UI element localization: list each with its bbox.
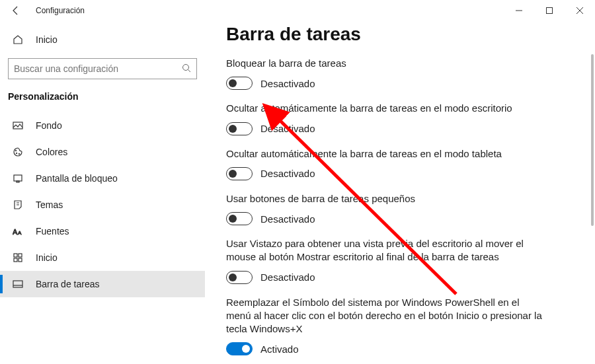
- page-title: Barra de tareas: [226, 24, 576, 45]
- sidebar-item-label: Temas: [36, 200, 63, 210]
- sidebar-item-pantalla-bloqueo[interactable]: Pantalla de bloqueo: [0, 165, 205, 192]
- svg-point-7: [15, 150, 17, 151]
- sidebar-item-label: Barra de tareas: [36, 279, 100, 289]
- setting-label: Ocultar automáticamente la barra de tare…: [226, 147, 543, 161]
- sidebar-item-barra-tareas[interactable]: Barra de tareas: [0, 271, 205, 297]
- titlebar: Configuración: [0, 0, 595, 21]
- start-icon: [12, 252, 24, 264]
- setting-label: Bloquear la barra de tareas: [226, 57, 543, 70]
- window-title: Configuración: [26, 6, 85, 15]
- setting-label: Usar botones de barra de tareas pequeños: [226, 192, 543, 205]
- minimize-button[interactable]: [504, 0, 534, 21]
- sidebar-item-label: Fondo: [36, 120, 62, 131]
- scrollbar[interactable]: [591, 54, 594, 226]
- svg-point-8: [16, 153, 17, 154]
- svg-rect-15: [19, 254, 22, 257]
- sidebar-item-label: Colores: [36, 147, 67, 157]
- settings-window: Configuración Inicio: [0, 0, 595, 364]
- content-area: Barra de tareas Bloquear la barra de tar…: [205, 21, 595, 364]
- svg-rect-17: [19, 258, 22, 262]
- toggle-autohide-tablet[interactable]: [226, 167, 253, 180]
- toggle-state: Desactivado: [260, 78, 315, 89]
- search-icon: [182, 63, 191, 75]
- svg-rect-1: [547, 8, 553, 14]
- taskbar-icon: [12, 278, 24, 290]
- toggle-peek[interactable]: [226, 271, 253, 284]
- close-button[interactable]: [565, 0, 595, 21]
- toggle-state: Desactivado: [260, 123, 315, 134]
- toggle-lock-taskbar[interactable]: [226, 77, 253, 90]
- svg-text:A: A: [13, 228, 18, 236]
- toggle-state: Desactivado: [260, 168, 315, 179]
- sidebar-item-colores[interactable]: Colores: [0, 139, 205, 165]
- section-label: Personalización: [0, 87, 205, 112]
- body: Inicio Personalización Fondo Colores: [0, 21, 595, 364]
- sidebar-item-label: Fuentes: [36, 226, 69, 237]
- palette-icon: [12, 146, 24, 158]
- lockscreen-icon: [12, 172, 24, 184]
- toggle-state: Desactivado: [260, 213, 315, 225]
- setting-label: Usar Vistazo para obtener una vista prev…: [226, 237, 543, 264]
- svg-rect-11: [17, 181, 19, 182]
- search-input[interactable]: [14, 63, 182, 74]
- setting-peek: Usar Vistazo para obtener una vista prev…: [226, 237, 576, 284]
- home-nav[interactable]: Inicio: [0, 28, 205, 52]
- setting-label: Reemplazar el Símbolo del sistema por Wi…: [226, 296, 543, 336]
- sidebar-item-inicio[interactable]: Inicio: [0, 244, 205, 271]
- sidebar-item-fondo[interactable]: Fondo: [0, 112, 205, 139]
- svg-rect-10: [14, 175, 22, 181]
- setting-autohide-desktop: Ocultar automáticamente la barra de tare…: [226, 102, 576, 135]
- setting-powershell: Reemplazar el Símbolo del sistema por Wi…: [226, 296, 576, 356]
- svg-point-9: [19, 153, 20, 155]
- toggle-powershell[interactable]: [226, 342, 253, 355]
- fonts-icon: AA: [12, 225, 24, 237]
- svg-line-5: [188, 69, 191, 72]
- sidebar-item-temas[interactable]: Temas: [0, 192, 205, 218]
- sidebar: Inicio Personalización Fondo Colores: [0, 21, 205, 364]
- picture-icon: [12, 120, 24, 131]
- setting-autohide-tablet: Ocultar automáticamente la barra de tare…: [226, 147, 576, 180]
- home-icon: [12, 34, 24, 46]
- sidebar-item-label: Pantalla de bloqueo: [36, 173, 118, 184]
- themes-icon: [12, 199, 24, 211]
- setting-small-buttons: Usar botones de barra de tareas pequeños…: [226, 192, 576, 225]
- window-controls: [504, 0, 595, 21]
- toggle-autohide-desktop[interactable]: [226, 122, 253, 135]
- svg-rect-16: [14, 258, 17, 262]
- toggle-small-buttons[interactable]: [226, 212, 253, 225]
- setting-label: Ocultar automáticamente la barra de tare…: [226, 102, 543, 115]
- setting-lock-taskbar: Bloquear la barra de tareas Desactivado: [226, 57, 576, 90]
- home-label: Inicio: [36, 34, 58, 45]
- maximize-button[interactable]: [534, 0, 565, 21]
- svg-rect-18: [13, 281, 22, 287]
- svg-text:A: A: [18, 230, 22, 236]
- toggle-state: Desactivado: [260, 272, 315, 283]
- svg-rect-14: [14, 254, 17, 257]
- sidebar-item-fuentes[interactable]: AA Fuentes: [0, 218, 205, 244]
- sidebar-item-label: Inicio: [36, 252, 58, 263]
- back-button[interactable]: [5, 0, 26, 21]
- svg-point-4: [183, 64, 189, 70]
- search-box[interactable]: [8, 58, 197, 79]
- toggle-state: Activado: [260, 344, 299, 355]
